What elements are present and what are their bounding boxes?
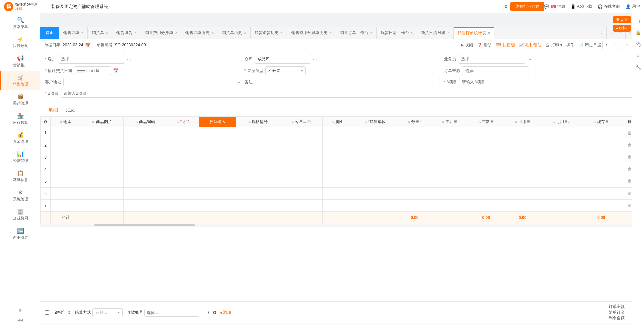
- right-panel-star-btn[interactable]: ☆: [633, 50, 643, 60]
- sidebar-settings-btn[interactable]: ⚙: [0, 306, 40, 315]
- row-delete-btn[interactable]: 🗑: [627, 203, 632, 208]
- sidebar-item-purchase[interactable]: 📦 采购管理: [0, 90, 40, 109]
- right-panel-lock-btn[interactable]: 🔒: [633, 28, 643, 38]
- note-input[interactable]: [255, 78, 440, 86]
- list-view-btn[interactable]: ≡: [623, 41, 631, 49]
- th-gear[interactable]: ⚙: [41, 117, 51, 127]
- history-prev-btn[interactable]: ‹: [602, 41, 610, 49]
- sidebar-item-system[interactable]: ⚙ 系统管理: [0, 186, 40, 205]
- tab-close-cost-split[interactable]: ×: [175, 31, 177, 35]
- customer-dots-btn[interactable]: ···: [127, 56, 131, 62]
- scroll-row[interactable]: [40, 224, 644, 227]
- tab-daily-workbench[interactable]: 钱货日清工作台 ×: [377, 27, 417, 39]
- scroll-thumb[interactable]: [94, 224, 195, 226]
- sidebar-item-enterprise[interactable]: 🏢 企业协同: [0, 205, 40, 224]
- sidebar-item-marketing[interactable]: 📢 营销推广: [0, 52, 40, 71]
- add-item-btn[interactable]: + 物料: [613, 27, 631, 32]
- user-btn[interactable]: 👤 用户: [626, 4, 640, 9]
- tab-order-stats[interactable]: 销售订单统计表 ×: [454, 27, 494, 39]
- view-btn[interactable]: ▶ 视频: [461, 42, 473, 48]
- industry-btn[interactable]: 体验行业方案: [510, 2, 544, 11]
- tab-close-daily-reconcile[interactable]: ×: [447, 31, 449, 35]
- tab-close-order-stats[interactable]: ×: [488, 31, 490, 35]
- order-source-dots-btn[interactable]: ···: [531, 68, 535, 73]
- tab-sales-history[interactable]: 销货单历史 ×: [218, 27, 251, 39]
- staff-dots-btn[interactable]: ···: [527, 56, 531, 62]
- right-panel-tool-btn[interactable]: 🔧: [633, 62, 643, 72]
- tab-close-sales-return[interactable]: ×: [135, 31, 137, 35]
- address-dots-btn[interactable]: ···: [236, 79, 240, 85]
- history-next-btn[interactable]: ›: [611, 41, 619, 49]
- warehouse-dots-btn[interactable]: ···: [313, 56, 317, 62]
- tab-order-history[interactable]: 销售订单历史 ×: [181, 27, 218, 39]
- tab-return-history[interactable]: 销货退货历史 ×: [251, 27, 287, 39]
- quick-payment-check[interactable]: [45, 310, 49, 315]
- sidebar-item-guide[interactable]: 🆕 新手引导: [0, 224, 40, 243]
- top-header: 畅 畅捷通好生意 标版 装备及固定资产辅助管理系统 ⚙ 体验行业方案 💬 5 消…: [0, 0, 644, 13]
- payment-method-select[interactable]: 选择... ▾: [92, 308, 123, 317]
- tab-close-return-history[interactable]: ×: [281, 31, 283, 35]
- staff-input[interactable]: [458, 55, 525, 64]
- address-input[interactable]: [63, 78, 234, 86]
- b-project-input[interactable]: [61, 89, 639, 98]
- tab-home[interactable]: 首页: [40, 27, 59, 39]
- invoice-select[interactable]: 不开票 ▾: [265, 66, 306, 75]
- row-delete-btn[interactable]: 🗑: [627, 191, 632, 196]
- tab-close-sales-list[interactable]: ×: [106, 31, 108, 35]
- tab-sales-return[interactable]: 销货退货 ×: [112, 27, 141, 39]
- calendar-icon[interactable]: 📅: [85, 43, 90, 48]
- tab-close-daily-workbench[interactable]: ×: [411, 31, 413, 35]
- account-dots-btn[interactable]: ···: [200, 310, 204, 315]
- sidebar-item-sales[interactable]: 🛒 销售管理: [0, 71, 40, 90]
- sidebar-item-base[interactable]: 📋 基础信息: [0, 167, 40, 186]
- tab-prev-btn[interactable]: ‹: [597, 27, 606, 39]
- tab-sales-order[interactable]: 销售订单 ×: [59, 27, 88, 39]
- tab-order-workbench[interactable]: 销售订单工作台 ×: [336, 27, 377, 39]
- online-service-btn[interactable]: 🎧 在线客服: [598, 4, 620, 9]
- customer-input[interactable]: [58, 55, 125, 64]
- tab-close-cost-history[interactable]: ×: [330, 31, 332, 35]
- ops-btn[interactable]: 操作: [566, 42, 574, 48]
- sidebar-item-quick-nav[interactable]: ⚡ 快捷导航: [0, 33, 40, 52]
- row-delete-btn[interactable]: 🗑: [627, 143, 632, 148]
- delivery-date-input[interactable]: [74, 66, 111, 75]
- tab-detail[interactable]: 明细: [45, 104, 62, 116]
- row-delete-btn[interactable]: 🗑: [627, 130, 632, 136]
- th-scan[interactable]: 扫码录入: [199, 117, 236, 127]
- quick-payment-checkbox[interactable]: 一键收订金: [45, 310, 71, 315]
- shortcut-btn[interactable]: ⌨ 快捷键: [496, 42, 515, 48]
- sidebar-item-inventory[interactable]: 🏪 库存核算: [0, 109, 40, 128]
- right-panel-clip-btn[interactable]: 📎: [633, 39, 643, 49]
- tab-sales-list[interactable]: 销货单 ×: [88, 27, 112, 39]
- delivery-cal-icon[interactable]: 📅: [113, 68, 118, 73]
- add-payment-btn[interactable]: ● 添加: [220, 310, 231, 315]
- print-btn[interactable]: 🖨 打印 ▾: [545, 42, 562, 48]
- profit-btn[interactable]: 📈 毛利预估: [519, 42, 541, 48]
- order-source-input[interactable]: [462, 66, 529, 75]
- tab-daily-reconcile[interactable]: 钱货日清对账 ×: [417, 27, 454, 39]
- tab-summary[interactable]: 汇总: [62, 104, 79, 116]
- sidebar-collapse-btn[interactable]: ◀◀: [0, 315, 40, 325]
- history-btn[interactable]: 📄 历史单据 ‹ ›: [578, 41, 619, 49]
- sidebar-item-finance[interactable]: 💰 资金管理: [0, 128, 40, 148]
- sidebar-item-operations[interactable]: 📊 经营管理: [0, 148, 40, 167]
- message-icon: 💬: [544, 4, 549, 9]
- a-project-input[interactable]: [459, 78, 639, 86]
- tab-close-sales-history[interactable]: ×: [244, 31, 246, 35]
- message-btn[interactable]: 💬 5 消息: [544, 4, 565, 9]
- tab-cost-history[interactable]: 销售费用分摊单历史 ×: [287, 27, 336, 39]
- right-panel-square-btn[interactable]: □: [633, 16, 643, 26]
- tab-close-order-history[interactable]: ×: [212, 31, 214, 35]
- row-delete-btn[interactable]: 🗑: [627, 167, 632, 172]
- sidebar-item-search[interactable]: 🔍 搜索菜单: [0, 13, 40, 33]
- row-delete-btn[interactable]: 🗑: [627, 179, 632, 184]
- tab-cost-split[interactable]: 销售费用分摊单 ×: [141, 27, 182, 39]
- help-btn[interactable]: ❓ 帮助: [477, 42, 492, 48]
- app-download-btn[interactable]: 📱 App下载: [571, 4, 592, 9]
- row-delete-btn[interactable]: 🗑: [627, 155, 632, 160]
- tab-close-order-workbench[interactable]: ×: [370, 31, 372, 35]
- account-input[interactable]: [144, 309, 199, 317]
- settings-icon[interactable]: ⚙: [504, 4, 508, 9]
- warehouse-input[interactable]: [255, 55, 311, 64]
- tab-close-sales-order[interactable]: ×: [81, 31, 83, 35]
